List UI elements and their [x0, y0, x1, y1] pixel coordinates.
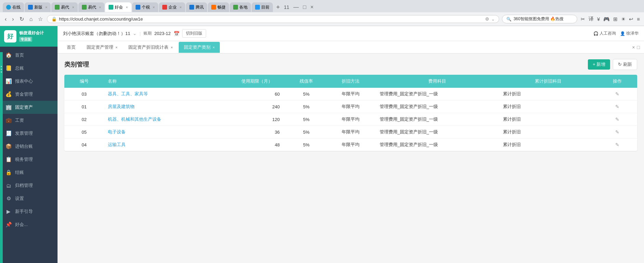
sidebar-item-invoice[interactable]: 🧾 发票管理: [0, 127, 58, 140]
browser-tab-2[interactable]: 新版 ×: [25, 2, 51, 12]
dropdown-icon[interactable]: ⌄: [133, 31, 137, 36]
undo-icon[interactable]: ↩: [628, 15, 634, 23]
edit-button-4[interactable]: ✎: [615, 142, 619, 147]
add-category-button[interactable]: + 新增: [588, 59, 610, 70]
cell-residual-3: 5%: [287, 126, 326, 139]
browser-tab-1[interactable]: 在线: [3, 2, 24, 12]
browser-tab-9[interactable]: 畅捷: [208, 2, 229, 12]
coupon-icon[interactable]: ¥: [596, 15, 601, 23]
close-tab-5[interactable]: ×: [126, 5, 128, 9]
bookmark-button[interactable]: ☆: [37, 15, 44, 23]
calendar-icon[interactable]: 📅: [174, 31, 179, 36]
sidebar-item-payroll[interactable]: 💼 工资: [0, 114, 58, 127]
cell-method-3: 年限平均: [326, 126, 375, 139]
user-avatar[interactable]: 👤 徐泽华: [620, 31, 639, 36]
url-text: https://cloud.chanjet.com/accounting/uw1…: [59, 16, 483, 22]
browser-tab-3[interactable]: 易代 ×: [51, 2, 77, 12]
tab-label-1: 在线: [12, 4, 21, 10]
game-icon[interactable]: 🎮: [603, 15, 610, 23]
lock-icon: 🔒: [51, 16, 57, 22]
close-tab-6[interactable]: ×: [153, 5, 155, 9]
back-button[interactable]: ‹: [3, 15, 8, 23]
brightness-icon[interactable]: ☀: [620, 15, 626, 23]
maximize-button[interactable]: □: [302, 3, 308, 11]
search-box[interactable]: 🔍 360智能抠图免费用 🔥热搜: [502, 15, 577, 23]
top-bar-right: 🎧 人工咨询 👤 徐泽华: [593, 31, 639, 36]
close-browser-button[interactable]: ×: [309, 3, 315, 11]
cell-action-3[interactable]: ✎: [598, 126, 637, 139]
forward-button[interactable]: ›: [11, 15, 15, 23]
browser-tab-7[interactable]: 企业 ×: [159, 2, 185, 12]
minimize-button[interactable]: —: [292, 3, 300, 11]
consult-button[interactable]: 🎧 人工咨询: [593, 31, 616, 36]
sidebar-item-label-settings: 设置: [15, 195, 24, 202]
maximize-window-button[interactable]: □: [637, 45, 640, 50]
cell-depreciation-2: 累计折旧: [499, 113, 597, 126]
cell-id-3: 05: [64, 126, 104, 139]
close-tab-fixed-asset-mgmt[interactable]: ×: [115, 45, 117, 49]
browser-tab-6[interactable]: 个税 ×: [132, 2, 158, 12]
close-tab-3[interactable]: ×: [72, 5, 74, 9]
browser-tab-8[interactable]: 腾讯: [186, 2, 207, 12]
tab-fixed-asset-mgmt[interactable]: 固定资产管理 ×: [81, 42, 123, 53]
cell-name-2[interactable]: 机器、机械和其他生产设备: [104, 113, 227, 126]
site-info-icon[interactable]: ⚙: [485, 16, 489, 22]
archive-icon: 🗂: [5, 182, 12, 189]
browser-tab-5[interactable]: 好会 ×: [105, 2, 131, 12]
sidebar-item-funds[interactable]: 💰 资金管理: [0, 88, 58, 101]
cell-name-1[interactable]: 房屋及建筑物: [104, 100, 227, 113]
browser-tab-10[interactable]: 各地: [230, 2, 251, 12]
sidebar-item-ledger[interactable]: 📒 总账: [0, 62, 58, 75]
close-window-button[interactable]: ×: [632, 45, 635, 50]
tab-list-button[interactable]: 11: [282, 4, 291, 11]
cell-action-0[interactable]: ✎: [598, 88, 637, 100]
tab-fixed-asset-category[interactable]: 固定资产类别 ×: [179, 42, 220, 53]
sidebar-item-more[interactable]: 📌 好会...: [0, 218, 58, 231]
url-box[interactable]: 🔒 https://cloud.chanjet.com/accounting/u…: [47, 15, 499, 23]
new-tab-button[interactable]: +: [275, 3, 281, 12]
cell-name-0[interactable]: 器具、工具、家具等: [104, 88, 227, 100]
sidebar-item-archive[interactable]: 🗂 归档管理: [0, 179, 58, 192]
browser-tab-11[interactable]: 目前: [252, 2, 273, 12]
refresh-button[interactable]: ↻ 刷新: [613, 59, 637, 70]
expand-url-icon[interactable]: ⌄: [491, 17, 495, 22]
cell-action-1[interactable]: ✎: [598, 100, 637, 113]
sidebar-item-home[interactable]: 🏠 首页: [0, 49, 58, 62]
fixed-asset-icon: 🏢: [5, 104, 12, 110]
close-tab-fixed-asset-depreciation[interactable]: ×: [171, 45, 173, 49]
col-header-action: 操作: [598, 75, 637, 88]
sidebar-item-report[interactable]: 📊 报表中心: [0, 75, 58, 88]
sidebar-item-label-invoice: 发票管理: [15, 130, 33, 136]
tab-home[interactable]: 首页: [62, 42, 81, 53]
edit-button-3[interactable]: ✎: [615, 129, 619, 135]
sidebar-item-settings[interactable]: ⚙ 设置: [0, 192, 58, 205]
cell-name-3[interactable]: 电子设备: [104, 126, 227, 139]
cell-action-2[interactable]: ✎: [598, 113, 637, 126]
close-tab-7[interactable]: ×: [179, 5, 181, 9]
browser-tab-bar: 在线 新版 × 易代 × 易代 × 好会 × 个税 × 企业: [0, 0, 644, 12]
sidebar-item-fixed-asset[interactable]: 🏢 固定资产: [0, 101, 58, 114]
browser-tab-4[interactable]: 易代 ×: [78, 2, 104, 12]
edit-button-1[interactable]: ✎: [615, 104, 619, 109]
translate-icon[interactable]: 译: [588, 15, 594, 23]
home-button[interactable]: ⌂: [28, 15, 34, 23]
close-tab-2[interactable]: ×: [45, 5, 47, 9]
switch-version-button[interactable]: 切到旧版: [182, 29, 206, 38]
col-header-method: 折旧方法: [326, 75, 375, 88]
edit-button-2[interactable]: ✎: [615, 117, 619, 122]
grid-icon[interactable]: ⊞: [613, 15, 618, 23]
sidebar-item-guide[interactable]: ▶ 新手引导: [0, 205, 58, 218]
close-tab-fixed-asset-category[interactable]: ×: [213, 45, 215, 49]
reload-button[interactable]: ↻: [18, 15, 25, 23]
cell-action-4[interactable]: ✎: [598, 139, 637, 151]
cell-name-4[interactable]: 运输工具: [104, 139, 227, 151]
edit-button-0[interactable]: ✎: [615, 91, 619, 97]
tab-fixed-asset-depreciation[interactable]: 固定资产折旧统计表 ×: [123, 42, 178, 53]
sidebar-item-tax[interactable]: 📋 税务管理: [0, 153, 58, 166]
scissors-icon[interactable]: ✂: [580, 15, 586, 23]
sidebar-item-closing[interactable]: 🔒 结账: [0, 166, 58, 179]
menu-icon[interactable]: ≡: [636, 15, 641, 23]
close-tab-4[interactable]: ×: [99, 5, 101, 9]
payroll-icon: 💼: [5, 117, 12, 123]
sidebar-item-inventory[interactable]: 📦 进销台账: [0, 140, 58, 153]
